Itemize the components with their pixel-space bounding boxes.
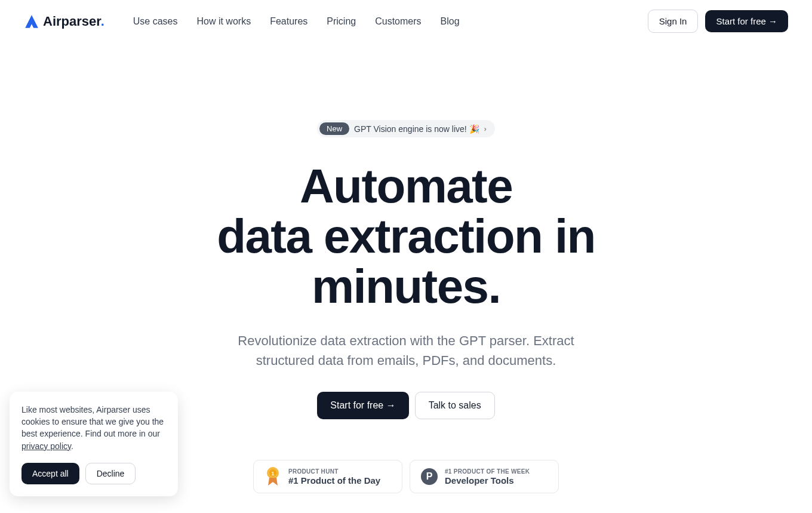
badge-title: Developer Tools <box>445 475 530 486</box>
announcement-banner[interactable]: New GPT Vision engine is now live! 🎉 › <box>317 120 495 137</box>
privacy-policy-link[interactable]: privacy policy <box>21 441 71 451</box>
badge-kicker: #1 PRODUCT OF THE WEEK <box>445 468 530 475</box>
hero-line2: data extraction in <box>217 210 595 263</box>
svg-text:1: 1 <box>271 471 274 477</box>
accept-cookies-button[interactable]: Accept all <box>21 463 79 484</box>
header-actions: Sign In Start for free → <box>648 10 788 33</box>
product-hunt-badge[interactable]: 1 PRODUCT HUNT #1 Product of the Day <box>253 460 402 493</box>
cookie-text: Like most websites, Airparser uses cooki… <box>21 404 166 452</box>
hero-line3: minutes. <box>312 260 500 313</box>
chevron-right-icon: › <box>484 124 487 133</box>
hero-cta-row: Start for free → Talk to sales <box>84 392 728 419</box>
product-of-week-badge[interactable]: P #1 PRODUCT OF THE WEEK Developer Tools <box>410 460 559 493</box>
cookie-banner: Like most websites, Airparser uses cooki… <box>10 392 178 496</box>
logo-icon <box>24 14 39 29</box>
nav-customers[interactable]: Customers <box>375 16 421 27</box>
sign-in-button[interactable]: Sign In <box>648 10 699 33</box>
nav-pricing[interactable]: Pricing <box>327 16 356 27</box>
site-header: Airparser. Use cases How it works Featur… <box>0 0 812 42</box>
start-free-header-button[interactable]: Start for free → <box>705 10 788 32</box>
announcement-text: GPT Vision engine is now live! 🎉 <box>354 124 479 134</box>
talk-to-sales-button[interactable]: Talk to sales <box>415 392 495 419</box>
hero-subtitle: Revolutionize data extraction with the G… <box>215 331 597 370</box>
hero-headline: Automate data extraction in minutes. <box>84 161 728 312</box>
start-free-hero-button[interactable]: Start for free → <box>317 392 408 419</box>
badge-title: #1 Product of the Day <box>288 475 380 486</box>
nav-how-it-works[interactable]: How it works <box>196 16 251 27</box>
brand-logo[interactable]: Airparser. <box>24 14 104 29</box>
p-icon: P <box>421 468 438 485</box>
nav-use-cases[interactable]: Use cases <box>133 16 178 27</box>
hero-line1: Automate <box>300 159 512 213</box>
medal-icon: 1 <box>264 466 281 487</box>
badge-kicker: PRODUCT HUNT <box>288 468 380 475</box>
nav-features[interactable]: Features <box>270 16 307 27</box>
nav-blog[interactable]: Blog <box>441 16 460 27</box>
hero-section: New GPT Vision engine is now live! 🎉 › A… <box>84 42 728 513</box>
brand-name: Airparser. <box>43 14 104 29</box>
award-badges: 1 PRODUCT HUNT #1 Product of the Day P #… <box>84 460 728 493</box>
decline-cookies-button[interactable]: Decline <box>85 463 136 484</box>
main-nav: Use cases How it works Features Pricing … <box>133 16 460 27</box>
announcement-pill: New <box>319 122 349 135</box>
